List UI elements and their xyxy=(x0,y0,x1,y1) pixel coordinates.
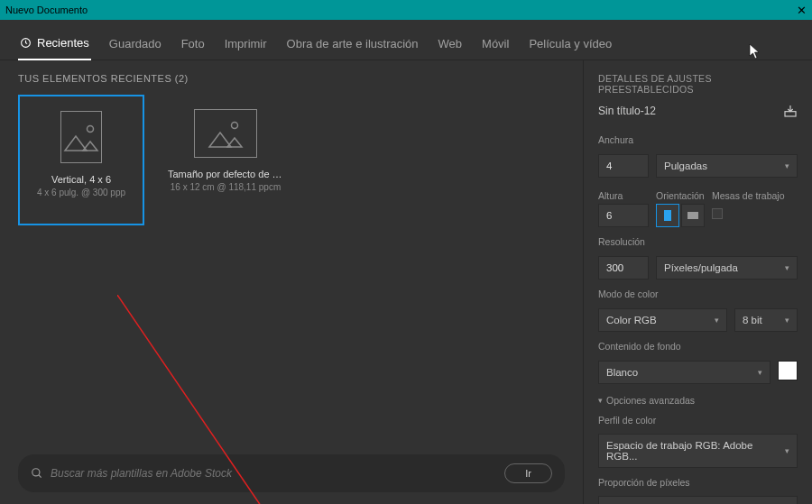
svg-line-5 xyxy=(39,475,42,478)
search-icon xyxy=(31,467,43,480)
image-icon xyxy=(63,122,99,152)
resolution-label: Resolución xyxy=(598,236,798,247)
preset-details-panel: DETALLES DE AJUSTES PREESTABLECIDOS Sin … xyxy=(584,60,812,504)
height-input[interactable]: 6 xyxy=(598,204,649,227)
preset-meta: 16 x 12 cm @ 118,11 ppcm xyxy=(171,182,281,192)
color-mode-label: Modo de color xyxy=(598,289,798,299)
tab-obra-arte[interactable]: Obra de arte e ilustración xyxy=(285,31,420,60)
image-icon xyxy=(208,118,244,149)
tab-imprimir[interactable]: Imprimir xyxy=(223,31,269,60)
preset-default-photoshop[interactable]: Tamaño por defecto de Ph... 16 x 12 cm @… xyxy=(162,95,289,225)
preset-vertical-4x6[interactable]: Vertical, 4 x 6 4 x 6 pulg. @ 300 ppp xyxy=(18,95,144,225)
left-panel: TUS ELEMENTOS RECIENTES (2) Vertical, 4 … xyxy=(0,60,584,504)
tab-pelicula-video[interactable]: Película y vídeo xyxy=(527,31,614,60)
preset-grid: Vertical, 4 x 6 4 x 6 pulg. @ 300 ppp Ta… xyxy=(18,95,565,225)
preset-name: Tamaño por defecto de Ph... xyxy=(168,169,283,179)
document-name-input[interactable]: Sin título-12 xyxy=(598,105,778,117)
go-button[interactable]: Ir xyxy=(504,463,552,483)
save-preset-icon[interactable] xyxy=(783,104,798,118)
preset-meta: 4 x 6 pulg. @ 300 ppp xyxy=(37,188,125,197)
chevron-down-icon: ▾ xyxy=(785,446,789,455)
background-label: Contenido de fondo xyxy=(598,341,798,352)
svg-point-4 xyxy=(32,469,40,476)
tab-web[interactable]: Web xyxy=(437,31,465,60)
preset-thumbnail xyxy=(194,109,257,158)
stock-search-input[interactable] xyxy=(51,467,497,480)
tab-guardado[interactable]: Guardado xyxy=(107,31,163,60)
clock-icon xyxy=(20,37,32,49)
color-mode-select[interactable]: Color RGB▾ xyxy=(598,308,727,332)
background-select[interactable]: Blanco▾ xyxy=(598,361,770,384)
details-header: DETALLES DE AJUSTES PREESTABLECIDOS xyxy=(598,73,798,95)
width-label: Anchura xyxy=(598,134,798,145)
chevron-down-icon: ▾ xyxy=(785,161,789,170)
artboards-checkbox[interactable] xyxy=(712,208,723,219)
tab-recientes[interactable]: Recientes xyxy=(18,31,91,60)
artboards-label: Mesas de trabajo xyxy=(712,190,785,201)
svg-point-2 xyxy=(232,123,238,129)
chevron-down-icon: ▾ xyxy=(598,396,603,405)
svg-rect-7 xyxy=(664,210,671,221)
chevron-down-icon: ▾ xyxy=(785,316,789,325)
titlebar: Nuevo Documento ✕ xyxy=(0,0,812,20)
svg-rect-8 xyxy=(687,212,698,219)
width-input[interactable]: 4 xyxy=(598,154,649,178)
preset-thumbnail xyxy=(60,111,102,163)
svg-point-1 xyxy=(88,126,94,133)
orientation-label: Orientación xyxy=(656,190,705,201)
stock-search-bar: Ir xyxy=(18,454,565,492)
height-label: Altura xyxy=(598,190,649,201)
pixel-aspect-label: Proporción de píxeles xyxy=(598,477,798,488)
background-color-swatch[interactable] xyxy=(778,361,798,380)
unit-select[interactable]: Pulgadas▾ xyxy=(656,154,798,178)
preset-name: Vertical, 4 x 6 xyxy=(51,174,111,185)
chevron-down-icon: ▾ xyxy=(758,368,762,377)
chevron-down-icon: ▾ xyxy=(715,316,719,325)
orientation-portrait-button[interactable] xyxy=(656,204,679,227)
orientation-landscape-button[interactable] xyxy=(681,204,705,227)
color-profile-select[interactable]: Espacio de trabajo RGB: Adobe RGB...▾ xyxy=(598,434,798,468)
chevron-down-icon: ▾ xyxy=(785,263,789,272)
close-window-icon[interactable]: ✕ xyxy=(797,4,807,17)
tab-foto[interactable]: Foto xyxy=(180,31,207,60)
bit-depth-select[interactable]: 8 bit▾ xyxy=(734,308,798,332)
resolution-input[interactable]: 300 xyxy=(598,256,649,279)
recent-items-heading: TUS ELEMENTOS RECIENTES (2) xyxy=(18,73,565,84)
tab-movil[interactable]: Móvil xyxy=(480,31,511,60)
resolution-unit-select[interactable]: Píxeles/pulgada▾ xyxy=(656,256,798,279)
window-title: Nuevo Documento xyxy=(5,5,88,15)
category-tabs: Recientes Guardado Foto Imprimir Obra de… xyxy=(0,20,812,60)
advanced-options-toggle[interactable]: ▾Opciones avanzadas xyxy=(598,395,798,406)
pixel-aspect-select[interactable]: Píxeles cuadrados▾ xyxy=(598,496,798,504)
color-profile-label: Perfil de color xyxy=(598,415,798,426)
